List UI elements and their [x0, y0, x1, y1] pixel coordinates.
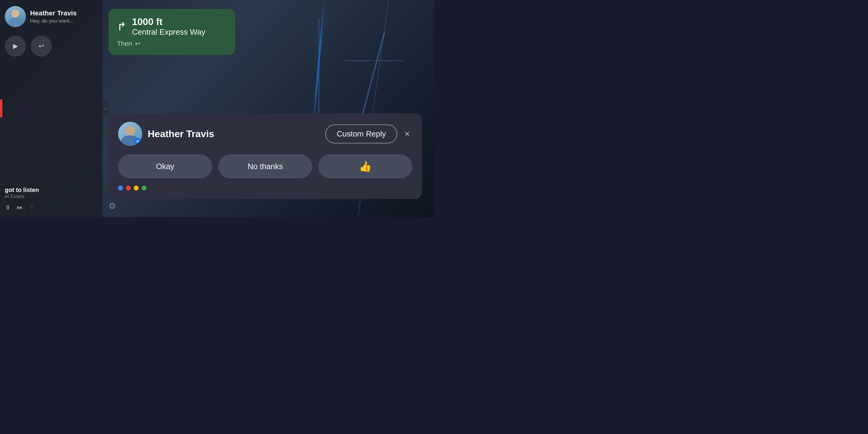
control-buttons-row: ▶ ↩ — [5, 36, 98, 57]
reply-okay-button[interactable]: Okay — [118, 154, 212, 179]
nav-then-icon: ↩ — [135, 40, 141, 48]
nav-distance: 1000 ft — [132, 16, 205, 27]
contact-avatar — [5, 6, 26, 27]
reply-no-thanks-button[interactable]: No thanks — [218, 154, 312, 179]
reply-no-thanks-label: No thanks — [247, 162, 283, 171]
left-panel: Heather Travis Hey, do you want... ▶ ↩ g… — [0, 0, 102, 217]
reply-okay-label: Okay — [156, 162, 175, 171]
red-indicator — [0, 99, 2, 118]
music-controls: ⏸ ⏭ ⋮ — [5, 204, 98, 211]
thumbs-up-emoji: 👍 — [359, 161, 372, 172]
google-dot-3 — [142, 186, 147, 190]
contact-info: Heather Travis Hey, do you want... — [30, 9, 98, 24]
pause-button[interactable]: ⏸ — [5, 204, 11, 211]
play-button[interactable]: ▶ — [5, 36, 26, 57]
expand-panel-arrow[interactable]: › — [102, 101, 108, 116]
google-dot-1 — [126, 186, 131, 190]
more-options-button[interactable]: ⋮ — [29, 204, 35, 211]
reply-dialog: ✉ Heather Travis Custom Reply × Okay No … — [108, 113, 422, 199]
nav-info: 1000 ft Central Express Way — [132, 16, 205, 37]
reply-options-row: Okay No thanks 👍 — [118, 154, 412, 179]
settings-icon[interactable]: ⚙ — [108, 201, 116, 211]
google-dot-0 — [118, 186, 123, 190]
music-section: got to listen el Evans ⏸ ⏭ ⋮ — [5, 181, 98, 211]
nav-then-label: Then — [117, 40, 132, 48]
dialog-contact: ✉ Heather Travis — [118, 122, 214, 146]
nav-top-row: ↱ 1000 ft Central Express Way — [117, 16, 227, 37]
message-badge: ✉ — [134, 138, 141, 145]
music-artist: el Evans — [5, 193, 98, 199]
message-badge-icon: ✉ — [136, 139, 139, 144]
contact-card: Heather Travis Hey, do you want... — [5, 6, 98, 27]
reply-thumbs-up-button[interactable]: 👍 — [318, 154, 412, 179]
music-title: got to listen — [5, 187, 98, 193]
dialog-avatar: ✉ — [118, 122, 142, 146]
google-dots — [118, 186, 412, 190]
dialog-actions-right: Custom Reply × — [325, 124, 412, 144]
contact-name: Heather Travis — [30, 9, 98, 17]
dialog-contact-name: Heather Travis — [148, 128, 214, 140]
nav-turn-icon: ↱ — [117, 20, 127, 33]
next-track-button[interactable]: ⏭ — [17, 204, 23, 211]
close-dialog-button[interactable]: × — [402, 126, 412, 141]
nav-then-row: Then ↩ — [117, 40, 227, 48]
custom-reply-button[interactable]: Custom Reply — [325, 124, 397, 144]
nav-street-name: Central Express Way — [132, 27, 205, 37]
dialog-header: ✉ Heather Travis Custom Reply × — [118, 122, 412, 146]
contact-message-preview: Hey, do you want... — [30, 18, 98, 24]
reply-button[interactable]: ↩ — [31, 36, 52, 57]
google-dot-2 — [134, 186, 138, 190]
navigation-card: ↱ 1000 ft Central Express Way Then ↩ — [108, 9, 235, 55]
